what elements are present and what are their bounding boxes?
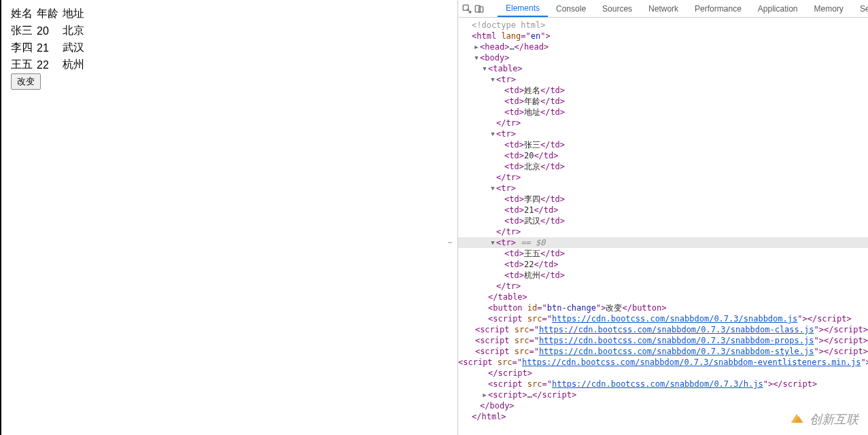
col-header-addr: 地址 <box>63 5 88 22</box>
tree-table-open[interactable]: ▼<table> <box>458 63 868 74</box>
tree-script[interactable]: <script src="https://cdn.bootcss.com/sna… <box>458 324 868 335</box>
tab-performance[interactable]: Performance <box>687 0 750 17</box>
tree-tr-open[interactable]: ⋯▼<tr> == $0 <box>458 237 868 248</box>
tree-td[interactable]: <td>姓名</td> <box>458 85 868 96</box>
tree-td[interactable]: <td>武汉</td> <box>458 215 868 226</box>
collapse-arrow-icon[interactable]: ▼ <box>481 63 488 74</box>
table-row: 张三 20 北京 <box>11 22 88 39</box>
tree-td[interactable]: <td>地址</td> <box>458 107 868 118</box>
collapse-arrow-icon[interactable]: ▼ <box>473 52 480 63</box>
tree-script-close[interactable]: </script> <box>458 368 868 379</box>
tree-body-close[interactable]: </body> <box>458 400 868 411</box>
cell-addr: 武汉 <box>63 39 88 56</box>
tab-elements[interactable]: Elements <box>498 0 548 17</box>
tree-doctype[interactable]: <!doctype html> <box>458 20 868 31</box>
tree-button[interactable]: <button id="btn-change">改变</button> <box>458 302 868 313</box>
gutter-menu-icon[interactable]: ⋯ <box>448 237 452 248</box>
tab-sources[interactable]: Sources <box>594 0 640 17</box>
tree-script[interactable]: <script src="https://cdn.bootcss.com/sna… <box>458 346 868 357</box>
watermark-logo-icon <box>788 411 805 428</box>
tree-tr-close[interactable]: </tr> <box>458 226 868 237</box>
tree-tr-close[interactable]: </tr> <box>458 172 868 183</box>
tree-td[interactable]: <td>21</td> <box>458 205 868 215</box>
table-row: 王五 22 杭州 <box>11 56 88 73</box>
device-toggle-icon[interactable] <box>474 2 484 16</box>
tree-td[interactable]: <td>20</td> <box>458 150 868 161</box>
change-button[interactable]: 改变 <box>11 73 41 90</box>
tree-tr-open[interactable]: ▼<tr> <box>458 74 868 85</box>
collapse-arrow-icon[interactable]: ▼ <box>489 128 496 139</box>
collapse-arrow-icon[interactable]: ▼ <box>489 237 496 248</box>
tree-td[interactable]: <td>杭州</td> <box>458 270 868 281</box>
collapse-arrow-icon[interactable]: ▼ <box>489 183 496 194</box>
expand-arrow-icon[interactable]: ▶ <box>473 41 480 52</box>
tab-application[interactable]: Application <box>750 0 806 17</box>
tree-head[interactable]: ▶<head>…</head> <box>458 41 868 52</box>
devtools-toolbar: Elements Console Sources Network Perform… <box>458 0 868 18</box>
tree-td[interactable]: <td>王五</td> <box>458 248 868 259</box>
cell-addr: 北京 <box>63 22 88 39</box>
tree-script-collapsed[interactable]: ▶<script>…</script> <box>458 389 868 400</box>
elements-tree[interactable]: <!doctype html><html lang="en">▶<head>…<… <box>458 18 868 429</box>
cell-name: 张三 <box>11 22 37 39</box>
tree-td[interactable]: <td>张三</td> <box>458 139 868 150</box>
tree-body-open[interactable]: ▼<body> <box>458 52 868 63</box>
watermark-text: 创新互联 <box>810 411 858 428</box>
cell-age: 21 <box>37 39 63 56</box>
col-header-name: 姓名 <box>11 5 37 22</box>
devtools-tabs: Elements Console Sources Network Perform… <box>498 0 868 17</box>
data-table: 姓名 年龄 地址 张三 20 北京 李四 21 武汉 王五 22 杭州 <box>11 5 88 73</box>
svg-rect-2 <box>479 6 483 12</box>
cell-age: 22 <box>37 56 63 73</box>
tree-td[interactable]: <td>年龄</td> <box>458 96 868 107</box>
tree-tr-close[interactable]: </tr> <box>458 281 868 292</box>
tab-security[interactable]: Secur <box>852 0 868 17</box>
tree-script[interactable]: <script src="https://cdn.bootcss.com/sna… <box>458 357 868 368</box>
collapse-arrow-icon[interactable]: ▼ <box>489 74 496 85</box>
tree-script[interactable]: <script src="https://cdn.bootcss.com/sna… <box>458 335 868 346</box>
devtools-panel: Elements Console Sources Network Perform… <box>457 0 868 435</box>
tree-table-close[interactable]: </table> <box>458 292 868 302</box>
tree-td[interactable]: <td>李四</td> <box>458 194 868 205</box>
rendered-page: 姓名 年龄 地址 张三 20 北京 李四 21 武汉 王五 22 杭州 改变 <box>0 0 457 435</box>
cell-age: 20 <box>37 22 63 39</box>
col-header-age: 年龄 <box>37 5 63 22</box>
tree-tr-close[interactable]: </tr> <box>458 118 868 128</box>
cell-name: 李四 <box>11 39 37 56</box>
inspect-icon[interactable] <box>462 2 472 16</box>
table-header-row: 姓名 年龄 地址 <box>11 5 88 22</box>
tree-script[interactable]: <script src="https://cdn.bootcss.com/sna… <box>458 379 868 389</box>
expand-arrow-icon[interactable]: ▶ <box>481 389 488 400</box>
tree-td[interactable]: <td>北京</td> <box>458 161 868 172</box>
cell-name: 王五 <box>11 56 37 73</box>
tree-tr-open[interactable]: ▼<tr> <box>458 128 868 139</box>
watermark: 创新互联 <box>788 411 858 428</box>
table-row: 李四 21 武汉 <box>11 39 88 56</box>
tree-html-open[interactable]: <html lang="en"> <box>458 31 868 41</box>
tab-network[interactable]: Network <box>640 0 687 17</box>
tab-memory[interactable]: Memory <box>806 0 852 17</box>
tree-td[interactable]: <td>22</td> <box>458 259 868 270</box>
tab-console[interactable]: Console <box>548 0 594 17</box>
cell-addr: 杭州 <box>63 56 88 73</box>
tree-script[interactable]: <script src="https://cdn.bootcss.com/sna… <box>458 313 868 324</box>
tree-tr-open[interactable]: ▼<tr> <box>458 183 868 194</box>
